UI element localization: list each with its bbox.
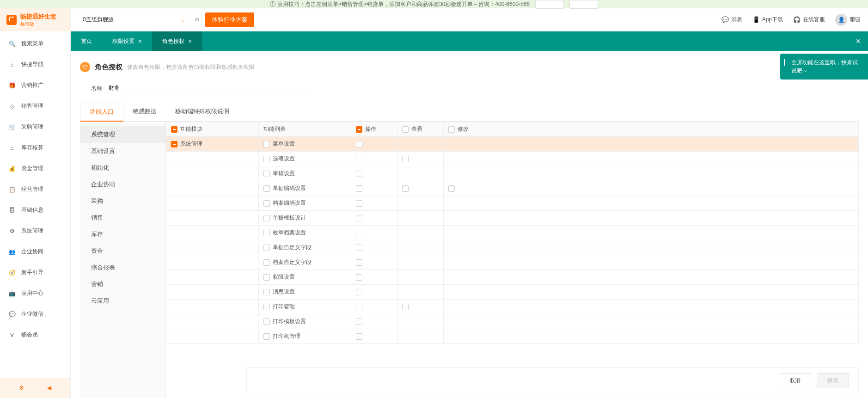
sidebar-item-label: 搜索菜单 xyxy=(21,40,43,48)
checkbox[interactable] xyxy=(356,156,362,162)
checkbox[interactable] xyxy=(263,141,270,147)
checkbox[interactable] xyxy=(356,274,362,281)
sidebar-item-11[interactable]: 🧭新手引导 xyxy=(0,262,70,283)
sub-tab-0[interactable]: 功能入口 xyxy=(80,103,123,122)
table-row: 打印机管理 xyxy=(166,329,859,344)
checkbox[interactable] xyxy=(263,304,270,310)
checkbox[interactable] xyxy=(356,245,362,251)
sub-tab-2[interactable]: 移动端特殊权限说明 xyxy=(166,103,238,121)
category-item-8[interactable]: 综合报表 xyxy=(80,259,165,276)
checkbox[interactable] xyxy=(356,200,362,207)
checkbox[interactable] xyxy=(402,185,409,192)
tab-0[interactable]: 首页 xyxy=(71,31,102,51)
checkbox[interactable] xyxy=(263,156,270,162)
settings-icon[interactable]: ⚙ xyxy=(19,385,24,391)
checkbox[interactable] xyxy=(263,289,270,295)
category-item-3[interactable]: 企业协同 xyxy=(80,176,165,193)
table-row: 档案编码设置 xyxy=(166,196,859,211)
checkbox[interactable] xyxy=(356,259,362,266)
tab-1[interactable]: 权限设置✕ xyxy=(102,31,152,51)
app-download-link[interactable]: 📱 App下载 xyxy=(752,16,783,24)
checkbox[interactable] xyxy=(402,156,409,162)
checkbox[interactable] xyxy=(356,141,362,147)
checkbox[interactable] xyxy=(356,171,362,177)
fullscreen-tip[interactable]: 全屏功能在这里哦，快来试试吧～ xyxy=(780,54,868,80)
name-label: 名称 xyxy=(91,85,102,92)
sidebar-item-9[interactable]: ⚙系统管理 xyxy=(0,220,70,241)
checkbox-all-view[interactable] xyxy=(402,126,409,133)
checkbox[interactable] xyxy=(263,333,270,340)
checkbox[interactable] xyxy=(263,274,270,281)
industry-plan-button[interactable]: 体验行业方案 xyxy=(205,12,254,27)
sidebar-item-5[interactable]: ⌂库存核算 xyxy=(0,137,70,158)
category-item-10[interactable]: 云应用 xyxy=(80,293,165,309)
cancel-button[interactable]: 取消 xyxy=(779,373,811,388)
category-item-4[interactable]: 采购 xyxy=(80,193,165,209)
category-item-0[interactable]: 系统管理 xyxy=(80,126,165,143)
sub-tab-1[interactable]: 敏感数据 xyxy=(123,103,166,121)
shield-icon: 🛡 xyxy=(80,62,90,72)
checkbox[interactable] xyxy=(263,230,270,236)
checkbox-all-edit[interactable] xyxy=(448,126,455,133)
checkbox[interactable] xyxy=(356,333,362,340)
table-wrap[interactable]: 功能模块 功能列表 操作 查看 修改 系统管理菜单设置选项设置审核设置单据编码设… xyxy=(165,122,859,398)
sidebar-item-label: 销售管理 xyxy=(21,102,43,110)
sidebar-item-10[interactable]: 👥企业协同 xyxy=(0,241,70,262)
checkbox[interactable] xyxy=(356,185,362,192)
checkbox[interactable] xyxy=(402,304,409,310)
close-icon[interactable]: ✕ xyxy=(188,39,192,44)
checkbox[interactable] xyxy=(356,304,362,310)
sidebar-item-8[interactable]: 🗄基础信息 xyxy=(0,200,70,220)
sidebar-item-14[interactable]: V畅会员 xyxy=(0,325,70,345)
th-func: 功能列表 xyxy=(259,122,351,137)
checkbox[interactable] xyxy=(263,259,270,266)
category-item-5[interactable]: 销售 xyxy=(80,209,165,226)
checkbox[interactable] xyxy=(448,185,455,192)
category-item-7[interactable]: 资金 xyxy=(80,243,165,259)
logo-icon xyxy=(6,15,17,25)
category-item-1[interactable]: 基础设置 xyxy=(80,143,165,159)
checkbox[interactable] xyxy=(356,289,362,295)
message-link[interactable]: 💬 消息 xyxy=(721,16,742,24)
checkbox[interactable] xyxy=(356,215,362,221)
sidebar-item-0[interactable]: 🔍搜索菜单 xyxy=(0,33,70,54)
category-item-6[interactable]: 库存 xyxy=(80,226,165,243)
sidebar-item-label: 营销推广 xyxy=(21,81,43,89)
checkbox-all-op[interactable] xyxy=(356,126,362,133)
sidebar-item-3[interactable]: ◇销售管理 xyxy=(0,96,70,116)
sidebar-item-1[interactable]: ⌂快捷导航 xyxy=(0,54,70,75)
customer-service-link[interactable]: 🎧 在线客服 xyxy=(793,16,825,24)
sidebar-item-label: 系统管理 xyxy=(21,227,43,235)
banner-training-btn[interactable]: 在线培训 xyxy=(535,0,564,9)
category-item-2[interactable]: 初始化 xyxy=(80,159,165,176)
checkbox[interactable] xyxy=(171,141,177,147)
checkbox[interactable] xyxy=(263,245,270,251)
checkbox[interactable] xyxy=(356,318,362,325)
tab-2[interactable]: 角色授权✕ xyxy=(152,31,202,51)
org-select[interactable]: 0五组旗舰版 ⌵ xyxy=(78,12,189,27)
logo[interactable]: 畅捷通好生意 标准版 xyxy=(0,8,70,31)
close-icon[interactable]: ✕ xyxy=(138,39,142,44)
checkbox[interactable] xyxy=(263,318,270,325)
sidebar-item-label: 库存核算 xyxy=(21,144,43,152)
user-menu[interactable]: 👤珊珊 xyxy=(835,14,861,26)
sidebar-item-7[interactable]: 📋经营管理 xyxy=(0,179,70,200)
checkbox[interactable] xyxy=(263,185,270,192)
sidebar-item-12[interactable]: 📺应用中心 xyxy=(0,283,70,304)
close-all-tabs[interactable]: × xyxy=(849,31,868,51)
sidebar-item-2[interactable]: 🎁营销推广 xyxy=(0,75,70,96)
checkbox[interactable] xyxy=(263,200,270,207)
checkbox-all-module[interactable] xyxy=(171,126,177,133)
sidebar-item-6[interactable]: 💰资金管理 xyxy=(0,158,70,179)
category-item-9[interactable]: 营销 xyxy=(80,276,165,293)
sidebar-item-4[interactable]: 🛒采购管理 xyxy=(0,116,70,137)
team-icon: 👥 xyxy=(8,248,16,256)
page-title: 角色授权 xyxy=(95,63,122,72)
collapse-icon[interactable]: ◀ xyxy=(47,385,51,391)
banner-buy-btn[interactable]: 立即购买 xyxy=(569,0,598,9)
gear-icon[interactable]: ⚙ xyxy=(195,17,200,23)
checkbox[interactable] xyxy=(263,171,270,177)
sidebar-item-13[interactable]: 💬企业微信 xyxy=(0,304,70,325)
checkbox[interactable] xyxy=(263,215,270,221)
checkbox[interactable] xyxy=(356,230,362,236)
